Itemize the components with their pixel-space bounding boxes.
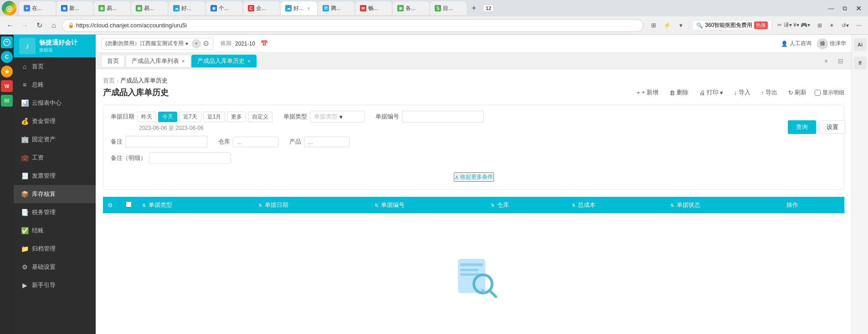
sidebar-item-inventory[interactable]: 📦 库存核算: [14, 185, 96, 203]
date-btn-custom[interactable]: 自定义: [248, 112, 272, 122]
scissors-tool[interactable]: ✂ 译▾ ¥▾ 🎮▾: [775, 21, 813, 30]
new-tab-button[interactable]: +: [467, 2, 480, 15]
refresh-button[interactable]: ↻ 刷新: [784, 87, 811, 98]
sidebar-item-tax[interactable]: 📑 税务管理: [14, 203, 96, 221]
sidebar-item-report[interactable]: 📊 云报表中心: [14, 94, 96, 112]
window-close-button[interactable]: ✕: [853, 2, 864, 14]
more-menu[interactable]: ⋯: [853, 21, 864, 30]
export-button[interactable]: ↑ 导出: [757, 87, 782, 98]
maximize-button[interactable]: ⧉: [839, 2, 851, 14]
icon-sidebar-app[interactable]: [1, 36, 13, 48]
th-settings[interactable]: ⚙: [103, 197, 121, 213]
detail-remark-input[interactable]: [149, 152, 231, 164]
tab-12[interactable]: S 目...: [430, 1, 467, 15]
collapse-button[interactable]: ∧ 收起更多条件: [454, 172, 494, 182]
settings-company-icon[interactable]: ⚙: [203, 39, 209, 48]
date-btn-today[interactable]: 今天: [158, 112, 177, 122]
user-area[interactable]: 徐 徐泽华: [817, 38, 846, 49]
tab-5[interactable]: ☁ 好...: [169, 1, 205, 15]
display-checkbox[interactable]: [815, 90, 821, 96]
forward-button[interactable]: →: [18, 19, 31, 32]
panel-shrink-button[interactable]: ⊟: [835, 56, 846, 67]
query-button[interactable]: 查询: [788, 120, 816, 134]
sidebar-item-checkout[interactable]: ✅ 结账: [14, 221, 96, 240]
address-input[interactable]: 🔒 https://cloud.chanjet.com/accounting/u…: [62, 19, 643, 32]
sidebar-item-fund[interactable]: 💰 资金管理: [14, 112, 96, 130]
tab-7[interactable]: C 企...: [243, 1, 280, 15]
import-button[interactable]: ↓ 导入: [729, 87, 755, 98]
tab-3[interactable]: ▣ 易...: [94, 1, 130, 15]
tab-8[interactable]: ☁ 好... ×: [281, 1, 317, 15]
th-warehouse[interactable]: ⇅ 仓库: [486, 197, 567, 213]
th-number[interactable]: ⇅ 单据编号: [370, 197, 486, 213]
warehouse-select[interactable]: ...: [233, 137, 278, 147]
th-status[interactable]: ⇅ 单据状态: [666, 197, 782, 213]
product-select[interactable]: ...: [304, 137, 349, 147]
panel-close-button[interactable]: ×: [821, 56, 832, 67]
page-tab-home[interactable]: 首页: [101, 55, 125, 67]
tab-9[interactable]: 腾 腾...: [318, 1, 354, 15]
page-tab-list[interactable]: 产成品入库单列表 ×: [126, 55, 190, 67]
company-selector[interactable]: (勿删勿禁用）江西服宝测试专用 ▾ + ⚙: [101, 38, 213, 50]
search-settings-button[interactable]: 设置: [820, 120, 845, 134]
if-panel-button[interactable]: If: [854, 57, 867, 69]
sidebar-item-ledger[interactable]: ≡ 总账: [14, 76, 96, 94]
service-button[interactable]: 👤 人工咨询: [781, 40, 812, 47]
tab-4[interactable]: ▣ 易...: [131, 1, 168, 15]
tab-count[interactable]: 12: [483, 5, 494, 12]
delete-button[interactable]: 🗑 删除: [665, 87, 693, 98]
th-action: 操作: [782, 197, 844, 213]
dropdown-icon[interactable]: ▾: [675, 20, 686, 31]
tab-6[interactable]: ▣ 个...: [206, 1, 242, 15]
type-select[interactable]: 单据类型 ▾: [310, 111, 365, 123]
restore-icon[interactable]: ↺▾: [839, 21, 852, 30]
icon-sidebar-weibo[interactable]: W: [1, 80, 13, 92]
calendar-icon[interactable]: 📅: [261, 40, 268, 47]
tab-2[interactable]: ▣ 新...: [56, 1, 93, 15]
number-input[interactable]: [402, 111, 484, 123]
tab-8-close[interactable]: ×: [307, 5, 310, 11]
page-tab-list-close[interactable]: ×: [182, 58, 185, 64]
icon-sidebar-mail[interactable]: ✉: [1, 95, 13, 107]
th-checkbox[interactable]: [121, 197, 138, 213]
minimize-button[interactable]: —: [825, 2, 837, 14]
refresh-button[interactable]: ↻: [33, 19, 46, 32]
th-date[interactable]: ⇅ 单据日期: [254, 197, 370, 213]
sidebar-item-fixed[interactable]: 🏢 固定资产: [14, 130, 96, 149]
date-btn-1month[interactable]: 近1月: [203, 112, 226, 122]
date-btn-7days[interactable]: 近7天: [179, 112, 201, 122]
th-status-label: 单据状态: [677, 201, 700, 208]
sidebar-item-guide[interactable]: ▶ 新手引导: [14, 276, 96, 294]
sidebar-item-invoice[interactable]: 🧾 发票管理: [14, 167, 96, 185]
sidebar-item-salary[interactable]: 💼 工资: [14, 149, 96, 167]
lightning-icon[interactable]: ⚡: [662, 20, 673, 31]
page-tab-history-close[interactable]: ×: [247, 58, 250, 64]
icon-sidebar-star[interactable]: ★: [1, 66, 13, 77]
tab-1[interactable]: ● 在...: [19, 1, 56, 15]
grid-view[interactable]: ⊞: [815, 21, 825, 30]
sidebar-item-home[interactable]: ⌂ 首页: [14, 57, 96, 76]
sidebar-item-basesettings[interactable]: ⚙ 基础设置: [14, 258, 96, 276]
date-btn-yesterday[interactable]: 昨天: [137, 112, 156, 122]
select-all-checkbox[interactable]: [126, 201, 132, 207]
add-company-icon[interactable]: +: [192, 39, 201, 48]
grid-icon[interactable]: ⊞: [648, 20, 659, 31]
print-button[interactable]: 🖨 打印 ▾: [695, 87, 728, 98]
remark-input[interactable]: [125, 136, 207, 148]
theme-icon[interactable]: ☀: [827, 21, 837, 30]
new-button[interactable]: + + 新增: [632, 87, 663, 98]
back-button[interactable]: ←: [4, 19, 16, 32]
th-type[interactable]: ⇅ 单据类型: [138, 197, 254, 213]
icon-sidebar-cj[interactable]: C: [1, 51, 13, 63]
home-button[interactable]: ⌂: [47, 19, 60, 32]
date-btn-more[interactable]: 更多: [227, 112, 246, 122]
tab-11[interactable]: ▣ 各...: [393, 1, 429, 15]
page-tab-history[interactable]: 产成品入库单历史 ×: [191, 55, 256, 67]
detail-remark-field: 备注（明细）: [111, 152, 231, 164]
search-360[interactable]: 🔍 360智能抠图免费用 热搜: [692, 20, 772, 31]
th-total-cost[interactable]: ⇅ 总成本: [567, 197, 666, 213]
sidebar-item-archive[interactable]: 📁 归档管理: [14, 240, 96, 258]
tab-10[interactable]: M 畅...: [355, 1, 392, 15]
breadcrumb-home[interactable]: 首页: [103, 77, 115, 85]
ai-panel-button[interactable]: Ai: [854, 38, 867, 51]
